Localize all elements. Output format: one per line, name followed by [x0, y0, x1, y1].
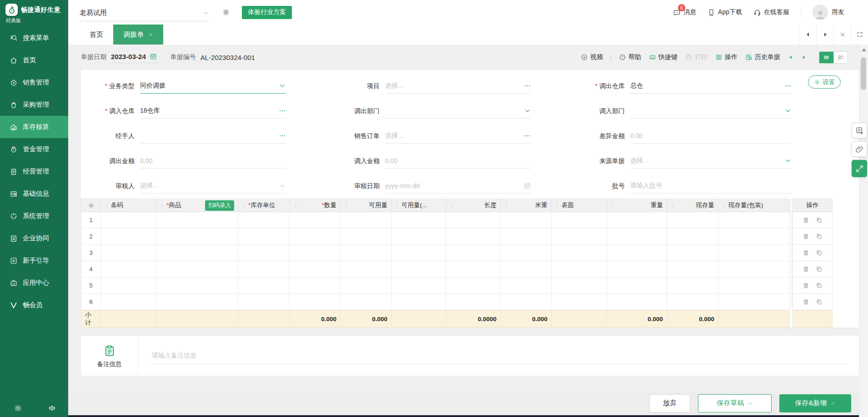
- column-header-available-pkg[interactable]: 可用量(...: [391, 199, 446, 212]
- field-out-amount-input[interactable]: 0.00: [140, 154, 286, 169]
- next-doc-icon[interactable]: [801, 55, 807, 60]
- close-all-tabs-button[interactable]: [833, 25, 851, 45]
- sidebar-item-system[interactable]: 系统管理: [0, 205, 68, 227]
- field-project-input[interactable]: 选择...: [385, 79, 531, 94]
- trash-icon[interactable]: [803, 249, 809, 256]
- cell-available[interactable]: [341, 228, 391, 245]
- cell-stock-pkg[interactable]: [718, 261, 790, 278]
- copy-row-icon[interactable]: [816, 282, 823, 289]
- expand-fab-button[interactable]: [852, 160, 867, 177]
- history-button[interactable]: 历史单据: [745, 53, 780, 61]
- cell-qty[interactable]: [290, 261, 341, 278]
- column-header-weight[interactable]: 重量: [607, 199, 667, 212]
- column-header-meter-weight[interactable]: 米重: [501, 199, 552, 212]
- sound-icon[interactable]: [48, 404, 56, 412]
- cell-stock[interactable]: [667, 294, 718, 310]
- save-draft-button[interactable]: 保存草稿: [698, 394, 772, 412]
- cell-product[interactable]: [156, 228, 238, 245]
- cell-barcode[interactable]: [101, 261, 156, 278]
- cell-length[interactable]: [446, 261, 501, 278]
- cell-available-pkg[interactable]: [391, 228, 446, 245]
- cell-available[interactable]: [341, 212, 391, 228]
- discard-button[interactable]: 放弃: [649, 394, 690, 412]
- cell-product[interactable]: [156, 261, 238, 278]
- save-and-new-button[interactable]: 保存&新增: [779, 394, 851, 412]
- field-in-amount-input[interactable]: 0.00: [385, 154, 531, 169]
- copy-row-icon[interactable]: [816, 217, 823, 223]
- cell-available-pkg[interactable]: [391, 294, 446, 310]
- cell-barcode[interactable]: [101, 245, 156, 261]
- cell-stock[interactable]: [667, 228, 718, 245]
- scroll-up-icon[interactable]: [862, 48, 866, 51]
- cell-length[interactable]: [446, 228, 501, 245]
- cell-qty[interactable]: [290, 278, 341, 294]
- cell-product[interactable]: [156, 245, 238, 261]
- cell-stock-pkg[interactable]: [718, 245, 790, 261]
- scan-entry-button[interactable]: 扫码录入: [205, 200, 234, 211]
- cell-weight[interactable]: [607, 294, 667, 310]
- sidebar-item-funds[interactable]: ¥资金管理: [0, 138, 68, 160]
- cell-qty[interactable]: [290, 228, 341, 245]
- chevron-icon[interactable]: [784, 157, 792, 164]
- cell-stock[interactable]: [667, 261, 718, 278]
- sidebar-item-member[interactable]: 畅会员: [0, 294, 68, 316]
- sidebar-item-sales[interactable]: $销售管理: [0, 71, 68, 94]
- fullscreen-icon[interactable]: [851, 25, 868, 45]
- trash-icon[interactable]: [803, 282, 809, 289]
- field-sales-order-input[interactable]: 选择...: [385, 129, 531, 144]
- cell-meter-weight[interactable]: [501, 278, 552, 294]
- cell-available[interactable]: [341, 261, 391, 278]
- app-download-button[interactable]: App下载: [707, 8, 742, 16]
- field-out-dept-input[interactable]: [385, 104, 531, 119]
- cell-product[interactable]: [156, 212, 238, 228]
- remark-input[interactable]: 请输入备注信息: [152, 347, 846, 364]
- online-service-button[interactable]: 在线客服: [753, 8, 789, 16]
- sort-carets-icon[interactable]: [242, 202, 246, 208]
- prev-doc-icon[interactable]: [788, 55, 793, 60]
- column-header-length[interactable]: 长度: [446, 199, 501, 212]
- sort-carets-icon[interactable]: [105, 202, 109, 208]
- cell-surface[interactable]: [552, 278, 607, 294]
- cell-length[interactable]: [446, 245, 501, 261]
- sidebar-item-guide[interactable]: 新新手引导: [0, 249, 68, 272]
- doc-date-picker[interactable]: 2023-03-24: [111, 52, 159, 63]
- cell-stock-pkg[interactable]: [718, 228, 790, 245]
- cell-product[interactable]: [156, 294, 238, 310]
- chevron-icon[interactable]: [279, 82, 286, 89]
- cell-stock-pkg[interactable]: [718, 278, 790, 294]
- field-audit-date-input[interactable]: yyyy-mm-dd: [385, 179, 531, 194]
- field-in-warehouse-input[interactable]: 18仓库: [140, 104, 286, 119]
- cell-stock-pkg[interactable]: [718, 294, 790, 310]
- cell-stock[interactable]: [667, 212, 718, 228]
- field-business-type-input[interactable]: 同价调拨: [140, 79, 286, 94]
- sort-carets-icon[interactable]: [611, 202, 615, 208]
- cell-available-pkg[interactable]: [391, 278, 446, 294]
- trial-plan-button[interactable]: 体验行业方案: [242, 6, 292, 19]
- cell-length[interactable]: [446, 294, 501, 310]
- vertical-scrollbar[interactable]: [859, 45, 868, 417]
- chevron-icon[interactable]: [279, 182, 286, 189]
- sort-carets-icon[interactable]: [722, 202, 726, 208]
- cell-weight[interactable]: [607, 278, 667, 294]
- cell-meter-weight[interactable]: [501, 294, 552, 310]
- cell-unit[interactable]: [238, 294, 290, 310]
- attachment-fab-button[interactable]: [852, 141, 867, 157]
- close-icon[interactable]: [148, 32, 153, 37]
- trash-icon[interactable]: [803, 217, 809, 223]
- ellipsis-icon[interactable]: [524, 132, 531, 139]
- cell-surface[interactable]: [552, 228, 607, 245]
- cell-stock-pkg[interactable]: [718, 212, 790, 228]
- sidebar-item-app-center[interactable]: 应用中心: [0, 272, 68, 294]
- cell-barcode[interactable]: [101, 294, 156, 310]
- card-view-button[interactable]: [833, 52, 848, 63]
- tab-transfer-order[interactable]: 调拨单: [113, 25, 163, 45]
- column-header-barcode[interactable]: 条码: [101, 199, 156, 212]
- cell-length[interactable]: [446, 212, 501, 228]
- sort-carets-icon[interactable]: [555, 202, 559, 208]
- sort-carets-icon[interactable]: [671, 202, 675, 208]
- sidebar-item-base-info[interactable]: 基础信息: [0, 183, 68, 205]
- cell-unit[interactable]: [238, 212, 290, 228]
- help-button[interactable]: ?帮助: [619, 53, 641, 61]
- cell-unit[interactable]: [238, 278, 290, 294]
- trash-icon[interactable]: [803, 233, 809, 240]
